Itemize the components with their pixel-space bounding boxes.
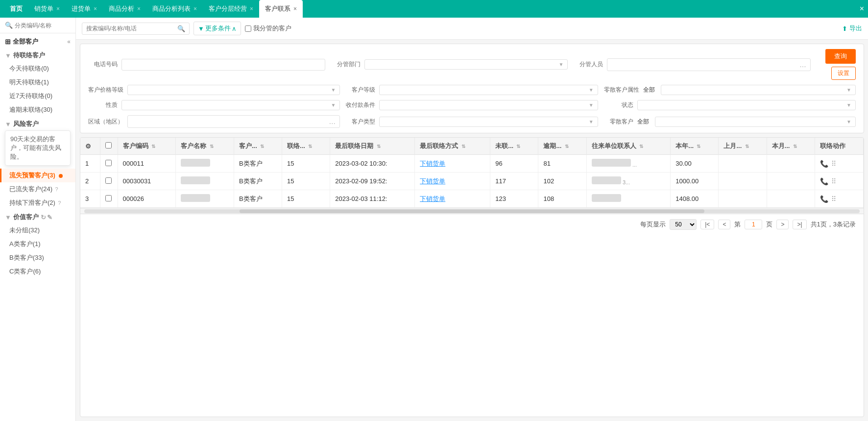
tab-sales[interactable]: 销货单 ×: [28, 0, 66, 18]
customer-type-select[interactable]: ▼: [379, 117, 598, 127]
tab-customer-contact-close[interactable]: ×: [293, 5, 297, 12]
refresh-icon[interactable]: ↻: [41, 214, 46, 221]
status-select[interactable]: ▼: [637, 100, 856, 110]
action-more-icon2[interactable]: ⠿: [831, 177, 836, 185]
zero-attr-select[interactable]: ▼: [661, 85, 856, 95]
more-filters-button[interactable]: ▼ 更多条件 ∧: [193, 22, 241, 35]
filter-row-1: 电话号码 分管部门 ▼ 分管人员 …: [88, 49, 856, 80]
col-code[interactable]: 客户编码 ⇅: [118, 138, 176, 155]
prev-page-button[interactable]: <: [718, 220, 730, 229]
blurred-unit-2: [592, 176, 621, 184]
col-last-contact-method[interactable]: 最后联络方式 ⇅: [415, 138, 490, 155]
scrollbar-thumb[interactable]: [240, 209, 705, 213]
col-last-contact-date[interactable]: 最后联络日期 ⇅: [330, 138, 415, 155]
tab-customer-layer[interactable]: 客户分层经营 ×: [203, 0, 259, 18]
action-phone-icon2[interactable]: 📞: [820, 177, 828, 185]
page-number-input[interactable]: [745, 220, 762, 229]
sidebar-item-c-class[interactable]: C类客户(6): [0, 265, 75, 278]
more-filters-label: 更多条件: [205, 24, 231, 33]
horizontal-scrollbar[interactable]: [80, 208, 864, 214]
region-select[interactable]: …: [127, 115, 340, 128]
scrollbar-track[interactable]: [84, 209, 860, 213]
row-checkbox-1[interactable]: [105, 160, 112, 166]
tab-customer-layer-close[interactable]: ×: [250, 5, 253, 12]
tab-analysis-close[interactable]: ×: [137, 5, 141, 12]
person-select[interactable]: …: [607, 58, 811, 71]
col-customer-type[interactable]: 客户... ⇅: [234, 138, 282, 155]
sidebar-item-overdue-contact[interactable]: 逾期未联络(30): [0, 103, 75, 117]
settings-gear-icon[interactable]: ⚙: [85, 143, 91, 150]
tab-customer-contact[interactable]: 客户联系 ×: [259, 0, 303, 18]
tab-purchase-close[interactable]: ×: [94, 5, 97, 12]
tab-home[interactable]: 首页: [4, 0, 28, 18]
sidebar-item-b-class[interactable]: B类客户(33): [0, 251, 75, 265]
my-customers-checkbox-label[interactable]: 我分管的客户: [245, 24, 291, 33]
col-last-month[interactable]: 上月... ⇅: [719, 138, 767, 155]
last-page-button[interactable]: >|: [793, 220, 806, 229]
sidebar-item-unclassified[interactable]: 未分组(32): [0, 223, 75, 237]
gender-select[interactable]: ▼: [121, 100, 340, 110]
col-name[interactable]: 客户名称 ⇅: [176, 138, 234, 155]
cell-name: [176, 155, 234, 173]
sidebar-item-tomorrow-contact[interactable]: 明天待联络(1): [0, 75, 75, 89]
col-no-contact[interactable]: 未联... ⇅: [490, 138, 538, 155]
sidebar-item-churned[interactable]: 已流失客户(24) ?: [0, 182, 75, 196]
cell-contact: 15: [282, 173, 330, 190]
sidebar-item-a-class[interactable]: A类客户(1): [0, 237, 75, 251]
action-more-icon[interactable]: ⠿: [831, 160, 836, 168]
search-input[interactable]: [86, 25, 175, 32]
chevron-down-icon8: ▼: [589, 119, 594, 124]
select-all-checkbox[interactable]: [105, 142, 112, 149]
close-all-button[interactable]: ×: [860, 4, 864, 13]
tab-sales-close[interactable]: ×: [56, 5, 60, 12]
zero-customer-select[interactable]: ▼: [655, 117, 856, 127]
grade-label: 客户等级: [346, 86, 375, 94]
tab-analysis-list-close[interactable]: ×: [193, 5, 197, 12]
sidebar-search-input[interactable]: [15, 22, 71, 29]
sidebar-value-customer-title[interactable]: ▼ 价值客户 ↻ ✎: [0, 210, 75, 223]
contact-method-link-2[interactable]: 下销货单: [420, 177, 445, 185]
my-customers-checkbox[interactable]: [245, 25, 251, 32]
row-checkbox-3[interactable]: [105, 195, 112, 201]
grade-select[interactable]: ▼: [379, 85, 598, 95]
cell-code: 000026: [118, 190, 176, 208]
tab-purchase[interactable]: 进货单 ×: [66, 0, 103, 18]
sidebar-item-declining[interactable]: 持续下滑客户(2) ?: [0, 196, 75, 210]
dept-select[interactable]: ▼: [364, 59, 568, 70]
col-overdue[interactable]: 逾期... ⇅: [538, 138, 586, 155]
sort-icon8: ⇅: [565, 144, 569, 149]
sort-icon6: ⇅: [461, 144, 465, 149]
contact-method-link-1[interactable]: 下销货单: [420, 160, 445, 167]
contact-method-link-3[interactable]: 下销货单: [420, 195, 445, 202]
sidebar-pending-contact-title[interactable]: ▼ 待联络客户: [0, 48, 75, 62]
phone-input[interactable]: [121, 59, 325, 71]
cell-this-month: [767, 155, 815, 173]
action-more-icon3[interactable]: ⠿: [831, 195, 836, 203]
col-this-year[interactable]: 本年... ⇅: [671, 138, 719, 155]
col-unit-contact[interactable]: 往来单位联系人 ⇅: [586, 138, 671, 155]
query-button[interactable]: 查询: [825, 49, 856, 64]
col-contact[interactable]: 联络... ⇅: [282, 138, 330, 155]
sidebar-risk-customer-title[interactable]: ▼ 风险客户: [0, 117, 75, 130]
edit-icon[interactable]: ✎: [47, 214, 52, 221]
sidebar-item-churn-warning[interactable]: 流失预警客户(3): [0, 169, 75, 182]
sidebar-item-week-contact[interactable]: 近7天待联络(0): [0, 89, 75, 103]
row-checkbox-2[interactable]: [105, 177, 112, 184]
tab-analysis[interactable]: 商品分析 ×: [103, 0, 146, 18]
price-grade-label: 客户价格等级: [88, 86, 123, 94]
settings-button[interactable]: 设置: [831, 67, 856, 80]
action-phone-icon[interactable]: 📞: [820, 160, 828, 168]
sidebar-item-today-contact[interactable]: 今天待联络(0): [0, 62, 75, 75]
all-customers-header[interactable]: ⊞ 全部客户 «: [0, 33, 75, 48]
first-page-button[interactable]: |<: [700, 220, 714, 229]
payment-select[interactable]: ▼: [379, 100, 598, 110]
cell-no-contact: 123: [490, 190, 538, 208]
export-button[interactable]: ⬆ 导出: [842, 24, 862, 33]
collapse-icon[interactable]: «: [67, 38, 71, 45]
per-page-select[interactable]: 50 20 100: [670, 219, 697, 230]
tab-analysis-list[interactable]: 商品分析列表 ×: [146, 0, 203, 18]
next-page-button[interactable]: >: [776, 220, 789, 229]
action-phone-icon3[interactable]: 📞: [820, 195, 828, 203]
col-this-month[interactable]: 本月... ⇅: [767, 138, 815, 155]
price-grade-select[interactable]: ▼: [127, 85, 340, 95]
